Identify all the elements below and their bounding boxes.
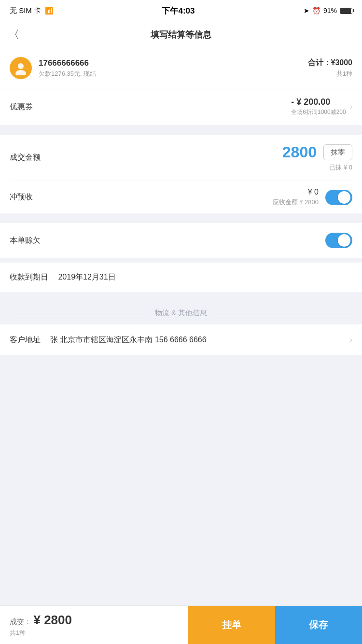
logistics-label: 物流 & 其他信息 <box>155 308 207 318</box>
transaction-label: 成交金额 <box>10 153 41 163</box>
transaction-sub: 已抹 ¥ 0 <box>282 163 352 172</box>
customer-info: 17666666666 欠款1276.35元, 现结 <box>39 58 308 78</box>
order-count: 共1种 <box>308 70 353 78</box>
status-left: 无 SIM 卡 📶 <box>10 6 53 15</box>
status-right: ➤ ⏰ 91% <box>304 7 352 14</box>
svg-point-0 <box>18 63 24 69</box>
toggle-knob <box>338 191 350 204</box>
bottom-transaction-label: 成交： <box>10 617 31 626</box>
chevron-right-icon: › <box>350 102 352 111</box>
location-icon: ➤ <box>304 7 309 14</box>
separator-1 <box>0 130 362 135</box>
total-label: 合计： <box>308 58 331 67</box>
bottom-bar: 成交： ¥ 2800 共1种 挂单 保存 <box>0 605 362 644</box>
avatar <box>10 57 32 79</box>
coupon-right: - ¥ 200.00 全场6折满1000减200 › <box>291 97 352 116</box>
address-label: 客户地址 <box>10 335 41 345</box>
flush-row: 冲预收 ¥ 0 应收金额 ¥ 2800 <box>10 181 352 213</box>
battery-icon <box>340 8 352 14</box>
flush-amount: ¥ 0 <box>273 188 319 196</box>
customer-card: 17666666666 欠款1276.35元, 现结 合计：¥3000 共1种 … <box>0 48 362 125</box>
save-button[interactable]: 保存 <box>275 606 362 644</box>
flush-info: ¥ 0 应收金额 ¥ 2800 <box>273 188 319 207</box>
transaction-row: 成交金额 2800 抹零 已抹 ¥ 0 <box>10 135 352 181</box>
divider-line-right <box>214 313 352 313</box>
alarm-icon: ⏰ <box>312 7 320 14</box>
status-bar: 无 SIM 卡 📶 下午4:03 ➤ ⏰ 91% <box>0 0 362 21</box>
due-date-label: 收款到期日 <box>10 273 48 281</box>
flush-sub: 应收金额 ¥ 2800 <box>273 198 319 207</box>
wifi-icon: 📶 <box>45 7 53 14</box>
due-date-section: 收款到期日 2019年12月31日 <box>0 263 362 292</box>
carrier-text: 无 SIM 卡 <box>10 6 41 15</box>
status-time: 下午4:03 <box>162 5 195 16</box>
round-button[interactable]: 抹零 <box>323 144 352 160</box>
bottom-transaction-line: 成交： ¥ 2800 <box>10 613 179 628</box>
customer-row: 17666666666 欠款1276.35元, 现结 合计：¥3000 共1种 <box>0 48 362 88</box>
transaction-value: 2800 <box>282 143 317 161</box>
svg-point-1 <box>15 70 26 75</box>
flush-label: 冲预收 <box>10 192 33 202</box>
page-title: 填写结算等信息 <box>151 29 211 41</box>
back-button[interactable]: 〈 <box>9 28 19 42</box>
order-total: 合计：¥3000 <box>308 58 353 68</box>
hang-button[interactable]: 挂单 <box>188 606 275 644</box>
bottom-transaction-amount: ¥ 2800 <box>33 613 72 627</box>
order-summary: 合计：¥3000 共1种 <box>308 58 353 78</box>
coupon-label: 优惠券 <box>10 102 33 112</box>
debt-label: 本单赊欠 <box>10 236 41 246</box>
separator-2 <box>0 218 362 223</box>
total-amount: ¥3000 <box>331 58 353 67</box>
flush-toggle[interactable] <box>325 190 352 205</box>
separator-3 <box>0 297 362 302</box>
coupon-info: - ¥ 200.00 全场6折满1000减200 <box>291 97 346 116</box>
divider-line-left <box>10 313 148 313</box>
content-area: 17666666666 欠款1276.35元, 现结 合计：¥3000 共1种 … <box>0 48 362 462</box>
address-chevron-icon: › <box>350 336 352 344</box>
transaction-right: 2800 抹零 <box>282 143 352 161</box>
bottom-summary: 成交： ¥ 2800 共1种 <box>0 613 188 637</box>
address-section[interactable]: 客户地址 张 北京市市辖区海淀区永丰南 156 6666 6666 › <box>0 324 362 355</box>
customer-sub: 欠款1276.35元, 现结 <box>39 70 308 78</box>
coupon-row[interactable]: 优惠券 - ¥ 200.00 全场6折满1000减200 › <box>0 88 362 125</box>
nav-bar: 〈 填写结算等信息 <box>0 21 362 48</box>
debt-toggle-knob <box>338 234 350 247</box>
coupon-detail: 全场6折满1000减200 <box>291 108 346 116</box>
battery-percent: 91% <box>323 7 337 14</box>
customer-phone: 17666666666 <box>39 58 308 68</box>
logistics-divider: 物流 & 其他信息 <box>0 302 362 324</box>
empty-area <box>0 355 362 462</box>
address-value: 张 北京市市辖区海淀区永丰南 156 6666 6666 <box>50 334 350 346</box>
due-date-value: 2019年12月31日 <box>58 273 115 281</box>
debt-section: 本单赊欠 <box>0 223 362 258</box>
coupon-amount: - ¥ 200.00 <box>291 97 346 107</box>
debt-row: 本单赊欠 <box>10 223 352 258</box>
debt-toggle[interactable] <box>325 233 352 248</box>
bottom-count: 共1种 <box>10 629 179 637</box>
amount-section: 成交金额 2800 抹零 已抹 ¥ 0 冲预收 ¥ 0 应收金额 ¥ 2800 <box>0 135 362 213</box>
